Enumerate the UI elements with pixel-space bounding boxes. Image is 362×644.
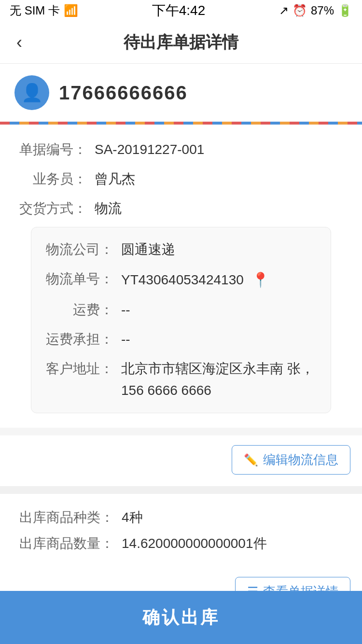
status-bar-right: ↗ ⏰ 87% 🔋 [279, 4, 352, 17]
goods-types-label: 出库商品种类： [19, 508, 114, 527]
address-value: 北京市市辖区海淀区永丰南 张，156 6666 6666 [121, 358, 316, 402]
customer-phone: 17666666666 [59, 82, 188, 104]
delivery-method-value: 物流 [95, 198, 343, 220]
goods-section: 出库商品种类： 4种 出库商品数量： 14.620000000000001件 [0, 494, 362, 567]
alarm-icon: ⏰ [292, 4, 307, 17]
edit-button-label: 编辑物流信息 [263, 451, 338, 468]
goods-types-row: 出库商品种类： 4种 [19, 508, 343, 527]
edit-button-row: ✏️ 编辑物流信息 [0, 435, 362, 486]
page-title: 待出库单据详情 [124, 31, 238, 54]
confirm-button-label: 确认出库 [142, 606, 220, 630]
tracking-location-icon[interactable]: 📍 [251, 268, 269, 292]
logistics-company-value: 圆通速递 [121, 239, 316, 261]
customer-card: 👤 17666666666 [0, 64, 362, 122]
freight-row: 运费： -- [46, 299, 316, 321]
location-status-icon: ↗ [279, 4, 289, 17]
sales-rep-value: 曾凡杰 [95, 168, 343, 190]
logistics-card: 物流公司： 圆通速递 物流单号： YT43064053424130 📍 运费： … [31, 227, 331, 413]
goods-quantity-label: 出库商品数量： [19, 534, 114, 553]
freight-label: 运费： [46, 299, 113, 321]
logistics-tracking-label: 物流单号： [46, 268, 113, 290]
order-number-label: 单据编号： [19, 139, 87, 161]
avatar: 👤 [14, 75, 49, 110]
order-number-value: SA-20191227-001 [95, 139, 343, 161]
goods-types-value: 4种 [122, 508, 143, 527]
edit-icon: ✏️ [244, 453, 258, 467]
status-bar-time: 下午4:42 [152, 1, 206, 20]
sales-rep-row: 业务员： 曾凡杰 [19, 168, 343, 190]
address-label: 客户地址： [46, 358, 113, 380]
avatar-icon: 👤 [21, 83, 43, 103]
edit-logistics-button[interactable]: ✏️ 编辑物流信息 [232, 445, 350, 475]
nav-bar: ‹ 待出库单据详情 [0, 21, 362, 64]
status-bar-left: 无 SIM 卡 📶 [10, 3, 78, 18]
carrier-label: 无 SIM 卡 [10, 3, 60, 18]
freight-bearer-value: -- [121, 329, 316, 350]
content-area: 👤 17666666666 单据编号： SA-20191227-001 业务员：… [0, 64, 362, 644]
battery-icon: 🔋 [338, 4, 352, 17]
order-info-section: 单据编号： SA-20191227-001 业务员： 曾凡杰 交货方式： 物流 … [0, 125, 362, 428]
status-bar: 无 SIM 卡 📶 下午4:42 ↗ ⏰ 87% 🔋 [0, 0, 362, 21]
section-divider [0, 486, 362, 494]
confirm-bar[interactable]: 确认出库 [0, 591, 362, 644]
sales-rep-label: 业务员： [19, 168, 87, 190]
logistics-company-row: 物流公司： 圆通速递 [46, 239, 316, 261]
delivery-method-label: 交货方式： [19, 198, 87, 220]
logistics-tracking-value: YT43064053424130 📍 [121, 268, 316, 292]
tracking-number: YT43064053424130 [121, 269, 244, 291]
freight-value: -- [121, 299, 316, 321]
freight-bearer-row: 运费承担： -- [46, 329, 316, 350]
logistics-company-label: 物流公司： [46, 239, 113, 261]
delivery-method-row: 交货方式： 物流 [19, 198, 343, 220]
logistics-tracking-row: 物流单号： YT43064053424130 📍 [46, 268, 316, 292]
back-button[interactable]: ‹ [12, 28, 27, 57]
goods-quantity-row: 出库商品数量： 14.620000000000001件 [19, 534, 343, 553]
battery-label: 87% [311, 4, 334, 17]
goods-quantity-value: 14.620000000000001件 [122, 534, 267, 553]
wifi-icon: 📶 [64, 4, 78, 17]
address-row: 客户地址： 北京市市辖区海淀区永丰南 张，156 6666 6666 [46, 358, 316, 402]
order-number-row: 单据编号： SA-20191227-001 [19, 139, 343, 161]
freight-bearer-label: 运费承担： [46, 329, 113, 350]
